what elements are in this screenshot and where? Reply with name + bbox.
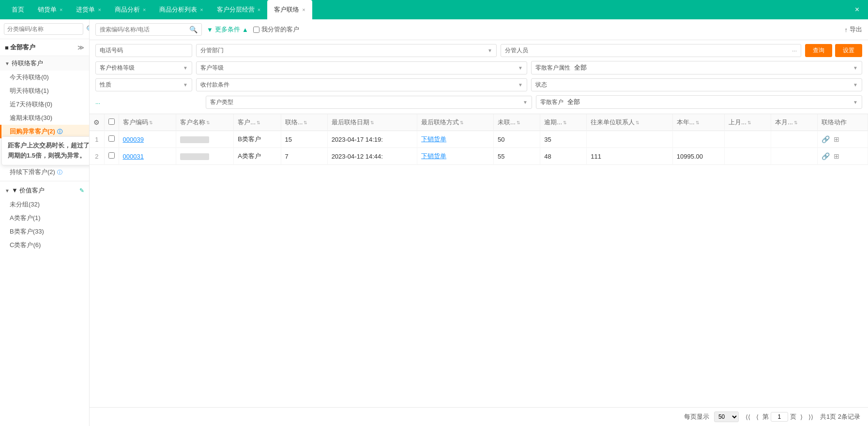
current-year-cell xyxy=(672,131,724,148)
more-options-icon[interactable]: ··· xyxy=(792,47,797,54)
search-icon[interactable]: 🔍 xyxy=(189,26,198,33)
settings-icon[interactable]: ⚙ xyxy=(93,118,100,126)
sort-icon[interactable]: ⇅ xyxy=(149,120,153,125)
last-page-button[interactable]: ⟩⟩ xyxy=(807,412,815,422)
grid-action-icon[interactable]: ⊞ xyxy=(834,135,839,143)
current-month-column-header: 本月...⇅ xyxy=(771,114,818,131)
more-filter-btn[interactable]: ... xyxy=(95,99,100,105)
sidebar-item-tomorrow-pending[interactable]: 明天待联络(1) xyxy=(0,84,89,98)
overdue-cell: 35 xyxy=(540,131,587,148)
close-icon[interactable]: × xyxy=(143,7,146,13)
prev-page-button[interactable]: ⟨ xyxy=(754,412,761,422)
per-page-select[interactable]: 50 20 100 xyxy=(714,411,739,422)
sidebar-item-c-class[interactable]: C类客户(6) xyxy=(0,238,89,252)
customer-table: ⚙ 客户编码⇅ 客户名称⇅ 客户...⇅ xyxy=(90,114,868,165)
nav-product-analysis[interactable]: 商品分析 × xyxy=(108,0,152,19)
sidebar-all-customers-header[interactable]: ■ 全部客户 ≫ xyxy=(0,39,89,56)
close-icon[interactable]: × xyxy=(258,7,260,13)
chevron-down-icon: ▼ xyxy=(853,65,858,71)
overdue-column-header: 逾期...⇅ xyxy=(540,114,587,131)
export-button[interactable]: ↑ 导出 xyxy=(845,25,863,34)
close-icon[interactable]: × xyxy=(98,7,101,13)
retail-customer-filter[interactable]: 零散客户 全部 ▼ xyxy=(536,95,862,109)
overdue-cell: 48 xyxy=(540,148,587,165)
filter-row-1: 电话号码 分管部门 ▼ 分管人员 ··· 查询 设置 xyxy=(95,44,862,57)
gender-filter[interactable]: 性质 ▼ xyxy=(95,78,192,91)
action-cell: 🔗 ⊞ xyxy=(818,148,868,165)
sort-icon[interactable]: ⇅ xyxy=(460,120,464,125)
customer-level-filter[interactable]: 客户等级 ▼ xyxy=(196,61,527,74)
sort-icon[interactable]: ⇅ xyxy=(206,120,210,125)
edit-icon[interactable]: ✎ xyxy=(79,187,84,194)
price-level-filter[interactable]: 客户价格等级 ▼ xyxy=(95,61,192,74)
nav-product-analysis-list[interactable]: 商品分析列表 × xyxy=(152,0,210,19)
last-contact-date-cell: 2023-04-17 14:19: xyxy=(327,131,417,148)
sort-icon[interactable]: ⇅ xyxy=(370,120,374,125)
row-checkbox[interactable] xyxy=(108,135,115,142)
sort-icon[interactable]: ⇅ xyxy=(636,120,640,125)
category-search-input[interactable] xyxy=(4,23,83,35)
sort-icon[interactable]: ⇅ xyxy=(304,120,307,125)
sidebar-value-customer-section[interactable]: ▼ ▼ 价值客户 ✎ xyxy=(0,183,89,198)
type-column-header: 客户...⇅ xyxy=(234,114,281,131)
info-icon: ⓘ xyxy=(57,169,62,176)
info-icon: ⓘ xyxy=(57,128,62,135)
sidebar-collapse-icon[interactable]: ≫ xyxy=(77,44,84,51)
customer-name-blurred xyxy=(180,136,209,143)
sidebar-pending-section[interactable]: ▼ 待联络客户 xyxy=(0,56,89,71)
close-icon[interactable]: × xyxy=(302,7,305,13)
my-customers-checkbox[interactable] xyxy=(253,27,259,33)
sidebar-item-7day-pending[interactable]: 近7天待联络(0) xyxy=(0,98,89,111)
sidebar-item-b-class[interactable]: B类客户(33) xyxy=(0,225,89,238)
nav-customer-tier[interactable]: 客户分层经营 × xyxy=(210,0,267,19)
filter-icon: ▼ xyxy=(207,26,213,33)
sidebar-item-today-pending[interactable]: 今天待联络(0) xyxy=(0,71,89,84)
link-action-icon[interactable]: 🔗 xyxy=(822,135,830,143)
no-contact-column-header: 未联...⇅ xyxy=(494,114,540,131)
page-number-input[interactable] xyxy=(771,412,788,422)
customer-type-filter[interactable]: 客户类型 ▼ xyxy=(206,96,532,109)
row-checkbox[interactable] xyxy=(108,152,115,159)
nav-sales-order[interactable]: 销货单 × xyxy=(31,0,69,19)
person-filter[interactable]: 分管人员 ··· xyxy=(501,44,801,57)
link-action-icon[interactable]: 🔗 xyxy=(822,152,830,160)
sidebar-item-ungrouped[interactable]: 未分组(32) xyxy=(0,198,89,211)
last-contact-method-cell: 下销货单 xyxy=(417,131,494,148)
more-conditions-btn[interactable]: ▼ 更多条件 ▲ xyxy=(207,25,248,34)
pagination: ⟨⟨ ⟨ 第 页 ⟩ ⟩⟩ xyxy=(744,412,815,422)
chevron-up-icon: ▲ xyxy=(242,26,248,33)
sort-icon[interactable]: ⇅ xyxy=(517,120,520,125)
nav-home[interactable]: 首页 xyxy=(5,0,31,19)
dept-filter[interactable]: 分管部门 ▼ xyxy=(196,44,497,57)
filter-area: 电话号码 分管部门 ▼ 分管人员 ··· 查询 设置 客户价格等级 xyxy=(90,40,868,114)
phone-filter[interactable]: 电话号码 xyxy=(95,44,192,57)
payment-filter[interactable]: 收付款条件 ▼ xyxy=(196,78,527,91)
nav-customer-contact[interactable]: 客户联络 × xyxy=(267,0,312,19)
sidebar-search-icon[interactable]: 🔍 xyxy=(86,25,90,33)
select-all-checkbox[interactable] xyxy=(108,118,115,125)
sidebar-item-declining[interactable]: 持续下滑客户(2) ⓘ xyxy=(0,165,89,179)
settings-button[interactable]: 设置 xyxy=(835,44,862,57)
row-checkbox-cell xyxy=(104,148,119,165)
close-icon[interactable]: × xyxy=(60,7,62,13)
query-button[interactable]: 查询 xyxy=(805,44,832,57)
sidebar-item-repurchase-anomaly[interactable]: 回购异常客户(2) ⓘ 距客户上次交易时长，超过了此客户的平均交易周期的1.5倍… xyxy=(0,125,89,138)
search-input[interactable] xyxy=(100,26,189,33)
next-page-button[interactable]: ⟩ xyxy=(798,412,805,422)
nav-purchase-order[interactable]: 进货单 × xyxy=(69,0,107,19)
sort-icon[interactable]: ⇅ xyxy=(563,120,567,125)
sort-icon[interactable]: ⇅ xyxy=(747,120,751,125)
first-page-button[interactable]: ⟨⟨ xyxy=(744,412,752,422)
sort-icon[interactable]: ⇅ xyxy=(257,120,260,125)
retail-attr-filter[interactable]: 零散客户属性 全部 ▼ xyxy=(531,61,862,74)
sort-icon[interactable]: ⇅ xyxy=(696,120,700,125)
status-filter[interactable]: 状态 ▼ xyxy=(531,78,862,91)
action-icons-group: 🔗 ⊞ xyxy=(822,152,864,160)
export-icon: ↑ xyxy=(845,26,848,33)
grid-action-icon[interactable]: ⊞ xyxy=(834,152,839,160)
sidebar-item-a-class[interactable]: A类客户(1) xyxy=(0,211,89,225)
sidebar-item-overdue-contact[interactable]: 逾期未联络(30) xyxy=(0,111,89,125)
window-close-button[interactable]: × xyxy=(851,5,863,14)
close-icon[interactable]: × xyxy=(200,7,203,13)
sort-icon[interactable]: ⇅ xyxy=(794,120,798,125)
